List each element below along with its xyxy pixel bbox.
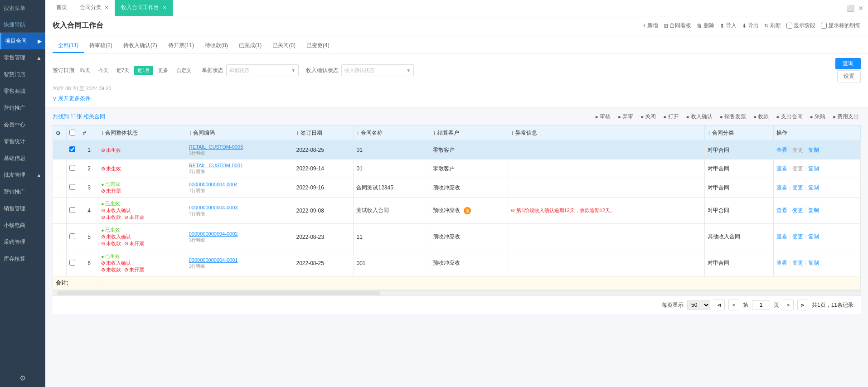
- prev-page-button[interactable]: <: [728, 300, 739, 310]
- sidebar-item-purchase[interactable]: 采购管理: [0, 234, 45, 251]
- action-abandon[interactable]: ● 弃审: [616, 112, 635, 121]
- action-income-confirm[interactable]: ● 收入确认: [684, 112, 714, 121]
- first-page-button[interactable]: ⊲: [714, 300, 725, 310]
- row5-copy-link[interactable]: 复制: [808, 233, 819, 241]
- row4-view-link[interactable]: 查看: [776, 207, 787, 214]
- show-stages-checkbox[interactable]: 显示阶段: [786, 22, 815, 29]
- import-button[interactable]: ⬆ 导入: [720, 22, 737, 29]
- col-setting[interactable]: ⚙: [53, 126, 67, 141]
- refresh-button[interactable]: ↻ 刷新: [764, 22, 781, 29]
- sidebar-item-basic-info[interactable]: 基础信息: [0, 150, 45, 167]
- row2-code-link[interactable]: RETAIL_CUSTOM-0001: [189, 163, 243, 168]
- filter-tab-completed[interactable]: 已完成(1): [233, 39, 267, 53]
- row3-edit-link[interactable]: 变更: [792, 184, 803, 192]
- tab-close-income-workbench[interactable]: ✕: [163, 5, 166, 10]
- tab-close-contract-category[interactable]: ✕: [105, 5, 108, 10]
- action-purchase[interactable]: ● 采购: [808, 112, 827, 121]
- action-review[interactable]: ● 审核: [593, 112, 612, 121]
- sidebar-item-retail-stats[interactable]: 零售统计: [0, 133, 45, 150]
- filter-tab-closed[interactable]: 已关闭(0): [267, 39, 301, 53]
- row2-view-link[interactable]: 查看: [776, 165, 787, 173]
- action-close[interactable]: ● 关闭: [639, 112, 658, 121]
- filter-tab-pending-payment[interactable]: 待收款(8): [199, 39, 233, 53]
- sidebar-item-sales[interactable]: 销售管理: [0, 200, 45, 217]
- page-size-select[interactable]: 50 100 200: [687, 300, 710, 310]
- contract-board-button[interactable]: ⊞ 合同看板: [664, 22, 691, 29]
- row4-edit-link[interactable]: 变更: [792, 207, 803, 214]
- sidebar-search[interactable]: 搜索菜单: [0, 0, 45, 17]
- last-page-button[interactable]: ⊳: [797, 300, 808, 310]
- row5-view-link[interactable]: 查看: [776, 233, 787, 241]
- row3-copy-link[interactable]: 复制: [808, 184, 819, 192]
- sidebar-item-marketing[interactable]: 营销推广: [0, 100, 45, 116]
- action-sales-invoice[interactable]: ● 销售发票: [718, 112, 748, 121]
- sidebar-item-project[interactable]: 项目合同 ▶: [0, 33, 45, 49]
- filter-tab-pending-invoice[interactable]: 待开票(11): [163, 39, 199, 53]
- query-button[interactable]: 查询: [835, 58, 861, 69]
- row5-edit-link[interactable]: 变更: [792, 233, 803, 241]
- row1-view-link[interactable]: 查看: [776, 146, 787, 154]
- page-number-input[interactable]: [752, 300, 770, 310]
- income-confirm-select[interactable]: 收入确认状态 ▼: [341, 64, 414, 76]
- row5-code-link[interactable]: 0000000000004-0002: [189, 231, 238, 237]
- sidebar-item-retail-mall[interactable]: 零售商城: [0, 83, 45, 100]
- sidebar-item-wholesale[interactable]: 批发管理 ▲: [0, 167, 45, 184]
- sidebar-item-ecommerce[interactable]: 小畅电商: [0, 217, 45, 234]
- date-btn-last1m[interactable]: 近1月: [134, 66, 153, 75]
- expand-conditions-button[interactable]: ∨ 展开更多条件: [53, 95, 861, 102]
- date-btn-yesterday[interactable]: 昨天: [77, 66, 93, 75]
- row2-check[interactable]: [67, 160, 80, 178]
- sidebar-nav[interactable]: 快捷导航: [0, 17, 45, 33]
- action-payment[interactable]: ● 收款: [752, 112, 771, 121]
- row6-edit-link[interactable]: 变更: [792, 259, 803, 267]
- doc-status-select[interactable]: 单据状态 ▼: [226, 64, 299, 76]
- row1-check[interactable]: [67, 141, 80, 160]
- filter-tab-pending-income[interactable]: 待收入确认(7): [118, 39, 163, 53]
- row4-check[interactable]: [67, 198, 80, 224]
- row1-edit-link[interactable]: 变更: [792, 146, 803, 154]
- row5-check[interactable]: [67, 224, 80, 250]
- filter-tab-all[interactable]: 全部(11): [53, 39, 84, 53]
- date-btn-today[interactable]: 今天: [95, 66, 112, 75]
- filter-tab-changed[interactable]: 已变更(4): [301, 39, 335, 53]
- gear-icon[interactable]: ⚙: [4, 374, 42, 382]
- row3-code-link[interactable]: 0000000000004-0004: [189, 182, 238, 187]
- row6-code-link[interactable]: 0000000000004-0001: [189, 257, 238, 263]
- row2-copy-link[interactable]: 复制: [808, 165, 819, 173]
- tab-contract-category[interactable]: 合同分类 ✕: [73, 0, 115, 16]
- show-details-checkbox[interactable]: 显示标的明细: [821, 22, 861, 29]
- delete-button[interactable]: 🗑 删除: [697, 22, 714, 29]
- action-open[interactable]: ● 打开: [661, 112, 680, 121]
- row6-view-link[interactable]: 查看: [776, 259, 787, 267]
- row1-code-link[interactable]: RETAIL_CUSTOM-0003: [189, 144, 243, 150]
- window-close-icon[interactable]: ✕: [858, 5, 863, 12]
- horizontal-scrollbar[interactable]: [53, 290, 861, 295]
- sidebar-item-smart-store[interactable]: 智慧门店: [0, 66, 45, 83]
- row1-copy-link[interactable]: 复制: [808, 146, 819, 154]
- row4-code-link[interactable]: 0000000000004-0003: [189, 205, 238, 210]
- row3-view-link[interactable]: 查看: [776, 184, 787, 192]
- date-btn-last7[interactable]: 近7天: [113, 66, 132, 75]
- sidebar-item-marketing2[interactable]: 营销推广: [0, 184, 45, 200]
- select-all-checkbox[interactable]: [69, 130, 75, 135]
- tab-income-workbench[interactable]: 收入合同工作台 ✕: [115, 0, 172, 16]
- tab-home[interactable]: 首页: [50, 0, 73, 16]
- action-output-contract[interactable]: ● 支出合同: [774, 112, 804, 121]
- export-button[interactable]: ⬇ 导出: [742, 22, 759, 29]
- date-btn-custom[interactable]: 自定义: [173, 66, 194, 75]
- scrollbar-track[interactable]: [57, 291, 380, 295]
- filter-tab-pending-review[interactable]: 待审核(2): [84, 39, 118, 53]
- row2-edit-link[interactable]: 变更: [792, 165, 803, 173]
- row3-check[interactable]: [67, 178, 80, 198]
- next-page-button[interactable]: >: [783, 300, 794, 310]
- set-button[interactable]: 设置: [837, 70, 861, 82]
- new-button[interactable]: + 新增: [643, 22, 658, 29]
- row6-copy-link[interactable]: 复制: [808, 259, 819, 267]
- action-expense-output[interactable]: ● 费用支出: [831, 112, 861, 121]
- row4-copy-link[interactable]: 复制: [808, 207, 819, 214]
- sidebar-item-retail[interactable]: 零售管理 ▲: [0, 49, 45, 66]
- row6-check[interactable]: [67, 250, 80, 276]
- window-restore-icon[interactable]: ⬜: [847, 5, 854, 12]
- date-btn-more[interactable]: 更多: [155, 66, 171, 75]
- sidebar-item-member[interactable]: 会员中心: [0, 116, 45, 133]
